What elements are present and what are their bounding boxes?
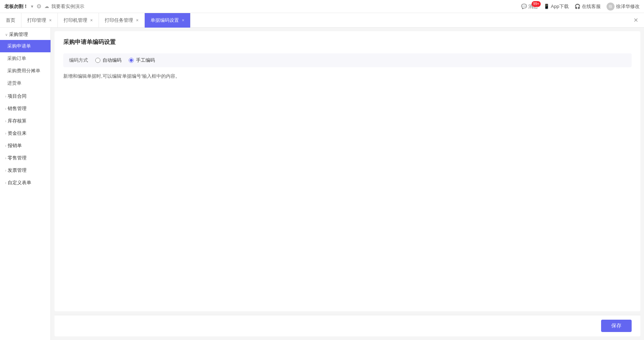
top-bar-right: 💬 消息 99+ 📱 App下载 🎧 在线客服 徐 徐泽华修改 — [521, 3, 640, 11]
sidebar-group-returns-title[interactable]: › 报销单 — [0, 139, 51, 151]
auto-code-label: 自动编码 — [103, 57, 121, 64]
search-bar[interactable]: ☁ 我要看实例演示 — [44, 3, 84, 10]
tab-printer-mgmt[interactable]: 打印机管理 × — [58, 13, 99, 28]
chevron-down-icon: ∨ — [5, 33, 8, 37]
manual-code-radio[interactable] — [129, 58, 134, 63]
user-menu[interactable]: 徐 徐泽华修改 — [607, 3, 640, 11]
sidebar-group-sales: › 销售管理 — [0, 102, 51, 114]
tab-print-mgmt[interactable]: 打印管理 × — [21, 13, 58, 28]
hint-text: 新增和编辑单据时,可以编辑'单据编号'输入框中的内容。 — [63, 73, 632, 80]
sidebar-group-project-contract-label: 项目合同 — [8, 93, 27, 100]
sidebar-group-invoice: › 发票管理 — [0, 163, 51, 176]
tab-order-code-setting[interactable]: 单据编码设置 × — [145, 13, 191, 28]
tab-printer-mgmt-label: 打印机管理 — [64, 17, 87, 24]
chevron-right-icon-2: › — [5, 107, 6, 111]
sidebar-group-retail-label: 零售管理 — [8, 155, 27, 161]
tab-print-task-mgmt[interactable]: 打印任务管理 × — [99, 13, 145, 28]
tab-print-mgmt-close[interactable]: × — [49, 18, 52, 23]
search-text: 我要看实例演示 — [51, 3, 84, 10]
sidebar-group-purchase-label: 采购管理 — [9, 31, 28, 38]
tab-print-task-mgmt-label: 打印任务管理 — [105, 17, 133, 24]
sidebar-group-sales-label: 销售管理 — [8, 105, 27, 112]
app-download-button[interactable]: 📱 App下载 — [544, 3, 569, 10]
tab-order-code-setting-close[interactable]: × — [182, 18, 184, 23]
online-service-button[interactable]: 🎧 在线客服 — [575, 3, 601, 10]
tab-print-mgmt-label: 打印管理 — [27, 17, 46, 24]
content-area: 采购申请单编码设置 编码方式 自动编码 手工编码 新增和编辑单据时,可以编辑'单… — [51, 28, 644, 340]
top-bar-left: 老板勿割！ ▾ ⚙ ☁ 我要看实例演示 — [4, 3, 84, 10]
phone-icon: 📱 — [544, 4, 549, 9]
online-service-label: 在线客服 — [582, 3, 601, 10]
sidebar-group-custom-forms-title[interactable]: › 自定义表单 — [0, 176, 51, 188]
message-button[interactable]: 💬 消息 99+ — [521, 3, 538, 10]
tab-home-label: 首页 — [6, 17, 15, 24]
sidebar-item-purchase-expense[interactable]: 采购费用分摊单 — [0, 65, 51, 77]
sidebar-group-sales-title[interactable]: › 销售管理 — [0, 102, 51, 114]
tab-bar-global-close[interactable]: ✕ — [628, 17, 644, 24]
chevron-right-icon-8: › — [5, 181, 6, 185]
sidebar: ∨ 采购管理 采购申请单 采购订单 采购费用分摊单 进货单 › 项目合同 — [0, 28, 51, 340]
sidebar-group-custom-forms: › 自定义表单 — [0, 176, 51, 188]
sidebar-group-retail-title[interactable]: › 零售管理 — [0, 151, 51, 163]
sidebar-group-purchase-title[interactable]: ∨ 采购管理 — [0, 28, 51, 40]
tab-printer-mgmt-close[interactable]: × — [90, 18, 93, 23]
sidebar-item-stock-in[interactable]: 进货单 — [0, 77, 51, 89]
settings-icon[interactable]: ⚙ — [36, 3, 41, 10]
chevron-right-icon-3: › — [5, 119, 6, 123]
message-badge: 99+ — [532, 1, 541, 7]
chevron-right-icon-6: › — [5, 156, 6, 160]
tab-order-code-setting-label: 单据编码设置 — [151, 17, 179, 24]
sidebar-group-returns: › 报销单 — [0, 139, 51, 151]
sidebar-group-invoice-label: 发票管理 — [8, 167, 27, 174]
sidebar-group-purchase: ∨ 采购管理 采购申请单 采购订单 采购费用分摊单 进货单 — [0, 28, 51, 89]
chevron-right-icon-5: › — [5, 144, 6, 148]
manual-code-label: 手工编码 — [136, 57, 155, 64]
save-button[interactable]: 保存 — [601, 320, 632, 332]
tab-bar: 首页 打印管理 × 打印机管理 × 打印任务管理 × 单据编码设置 × ✕ — [0, 13, 644, 28]
logo-text: 老板勿割！ — [4, 3, 28, 10]
tab-print-task-mgmt-close[interactable]: × — [136, 18, 139, 23]
sidebar-item-purchase-order[interactable]: 采购订单 — [0, 52, 51, 65]
auto-code-radio[interactable] — [95, 58, 100, 63]
sidebar-group-returns-label: 报销单 — [8, 142, 22, 149]
dropdown-icon[interactable]: ▾ — [31, 4, 33, 9]
sidebar-group-fund-title[interactable]: › 资金往来 — [0, 126, 51, 139]
chevron-right-icon: › — [5, 94, 6, 98]
sidebar-group-invoice-title[interactable]: › 发票管理 — [0, 163, 51, 176]
code-method-row: 编码方式 自动编码 手工编码 — [63, 53, 632, 67]
content-main: 采购申请单编码设置 编码方式 自动编码 手工编码 新增和编辑单据时,可以编辑'单… — [55, 31, 640, 311]
search-icon: ☁ — [44, 4, 49, 9]
tab-home[interactable]: 首页 — [0, 13, 21, 28]
sidebar-group-inventory-title[interactable]: › 库存核算 — [0, 114, 51, 126]
headset-icon: 🎧 — [575, 4, 580, 9]
top-bar: 老板勿割！ ▾ ⚙ ☁ 我要看实例演示 💬 消息 99+ 📱 App下载 🎧 在… — [0, 0, 644, 13]
main-layout: ∨ 采购管理 采购申请单 采购订单 采购费用分摊单 进货单 › 项目合同 — [0, 28, 644, 340]
sidebar-item-purchase-req[interactable]: 采购申请单 — [0, 40, 51, 52]
manual-code-option[interactable]: 手工编码 — [129, 57, 155, 64]
app-download-label: App下载 — [551, 3, 569, 10]
chevron-right-icon-4: › — [5, 131, 6, 135]
sidebar-group-inventory: › 库存核算 — [0, 114, 51, 126]
sidebar-group-project-contract: › 项目合同 — [0, 89, 51, 102]
user-name: 徐泽华修改 — [616, 3, 640, 10]
content-footer: 保存 — [55, 315, 640, 336]
message-icon: 💬 — [521, 4, 527, 9]
page-title: 采购申请单编码设置 — [63, 39, 632, 46]
sidebar-group-project-contract-title[interactable]: › 项目合同 — [0, 89, 51, 102]
sidebar-group-inventory-label: 库存核算 — [8, 118, 27, 124]
sidebar-group-fund: › 资金往来 — [0, 126, 51, 139]
chevron-right-icon-7: › — [5, 169, 6, 173]
auto-code-option[interactable]: 自动编码 — [95, 57, 121, 64]
radio-group: 自动编码 手工编码 — [95, 57, 155, 64]
code-method-label: 编码方式 — [69, 57, 88, 64]
sidebar-group-custom-forms-label: 自定义表单 — [8, 179, 31, 186]
sidebar-group-retail: › 零售管理 — [0, 151, 51, 163]
avatar: 徐 — [607, 3, 615, 11]
sidebar-group-fund-label: 资金往来 — [8, 130, 27, 137]
